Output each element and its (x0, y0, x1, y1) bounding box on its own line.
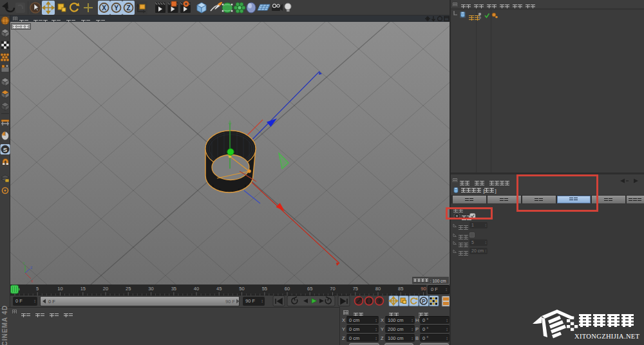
svg-text:20: 20 (103, 286, 108, 292)
svg-text:Y: Y (114, 5, 118, 12)
svg-text:90 F: 90 F (225, 299, 235, 304)
svg-text:45: 45 (216, 286, 222, 292)
svg-text:65: 65 (307, 286, 312, 292)
svg-text:30: 30 (148, 286, 153, 292)
svg-text:75: 75 (353, 286, 358, 292)
svg-text:90: 90 (421, 286, 426, 292)
svg-text:X: X (31, 279, 33, 283)
svg-text:15: 15 (80, 286, 86, 292)
svg-text:?: ? (377, 298, 381, 304)
svg-text:S: S (3, 146, 7, 153)
svg-text:Y: Y (23, 261, 25, 265)
svg-text:60: 60 (285, 286, 290, 292)
svg-text:10: 10 (57, 286, 62, 292)
svg-text:40: 40 (194, 286, 199, 292)
svg-text:85: 85 (398, 286, 403, 292)
svg-text:0 F: 0 F (48, 299, 55, 304)
svg-text:X: X (102, 5, 106, 12)
svg-text:35: 35 (171, 286, 176, 292)
svg-text:P: P (422, 298, 426, 304)
svg-text:25: 25 (126, 286, 131, 292)
svg-text:Z: Z (126, 5, 130, 12)
svg-text:55: 55 (262, 286, 267, 292)
svg-text:80: 80 (375, 286, 381, 292)
svg-text:50: 50 (239, 286, 244, 292)
svg-text:5: 5 (36, 286, 39, 292)
svg-text:70: 70 (330, 286, 335, 292)
